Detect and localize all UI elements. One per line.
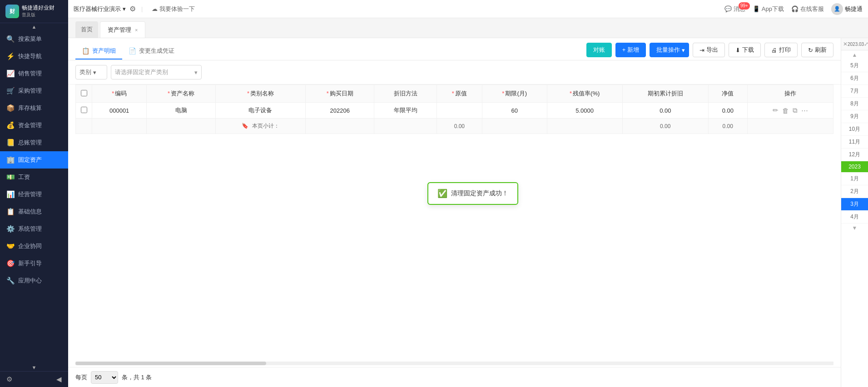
- batch-ops-btn[interactable]: 批量操作 ▾: [650, 43, 689, 57]
- topbar: 医疗器械行业演示 ▾ ⚙ | ☁ 我要体验一下 💬 消息 99+ 📱 App下载…: [68, 0, 868, 18]
- user-menu[interactable]: 👤 畅捷通: [831, 3, 863, 15]
- table-wrap: *编码 *资产名称 *类别名称 *购买日期 折旧方法 *原值 *期限(月) *残…: [68, 84, 841, 361]
- app-download-btn[interactable]: 📱 App下载: [753, 5, 784, 13]
- change-voucher-icon: 📄: [129, 47, 136, 55]
- calendar-down-arrow[interactable]: ▼: [841, 223, 868, 233]
- message-icon: 💬: [724, 5, 732, 12]
- cell-name: 电脑: [147, 103, 216, 119]
- cell-purchase-date: 202206: [305, 103, 374, 119]
- settings-icon[interactable]: ⚙: [6, 375, 12, 383]
- header-depreciation: 折旧方法: [374, 85, 437, 103]
- new-btn[interactable]: + 新增: [615, 43, 646, 57]
- cell-residual-rate: 5.0000: [547, 103, 622, 119]
- sidebar-scroll-down[interactable]: ▼: [0, 364, 68, 371]
- tab-home[interactable]: 首页: [75, 21, 98, 38]
- sub-tab-change-voucher[interactable]: 📄 变更生成凭证: [122, 43, 181, 60]
- cell-net-value: 0.00: [708, 103, 747, 119]
- sidebar-item-guide[interactable]: 🎯 新手引导: [0, 255, 68, 272]
- sidebar-item-quick-nav[interactable]: ⚡ 快捷导航: [0, 48, 68, 65]
- delete-icon[interactable]: 🗑: [782, 107, 789, 114]
- right-panel-expand-icon[interactable]: ⤢: [864, 41, 868, 47]
- sidebar-item-enterprise[interactable]: 🤝 企业协同: [0, 238, 68, 255]
- cell-depreciation: 年限平均: [374, 103, 437, 119]
- right-panel-header: ✕ 2023.03 ⤢: [841, 38, 868, 50]
- finance-icon: 💰: [6, 121, 15, 129]
- header-checkbox-cell: [76, 85, 92, 103]
- row-checkbox-cell: [76, 103, 92, 119]
- search-icon: 🔍: [6, 35, 15, 43]
- horizontal-scrollbar[interactable]: [75, 362, 833, 365]
- edit-icon[interactable]: ✏: [773, 106, 779, 114]
- more-icon[interactable]: ⋯: [801, 106, 808, 114]
- topbar-settings-icon[interactable]: ⚙: [129, 5, 136, 13]
- export-btn[interactable]: ⇥ 导出: [693, 43, 725, 57]
- calendar-12[interactable]: 12月: [841, 149, 868, 161]
- calendar-11[interactable]: 11月: [841, 136, 868, 149]
- sidebar-item-ops[interactable]: 📊 经营管理: [0, 186, 68, 203]
- topbar-right: 💬 消息 99+ 📱 App下载 🎧 在线客服 👤 畅捷通: [724, 3, 863, 15]
- download-btn[interactable]: ⬇ 下载: [729, 43, 761, 57]
- toolbar-right-area: 对账 + 新增 批量操作 ▾ ⇥ 导出 ⬇ 下载 🖨: [586, 43, 833, 60]
- sidebar-item-inventory[interactable]: 📦 库存核算: [0, 99, 68, 117]
- cell-code: 000001: [92, 103, 147, 119]
- reconcile-btn[interactable]: 对账: [586, 43, 612, 57]
- header-purchase-date: *购买日期: [305, 85, 374, 103]
- payroll-icon: 💵: [6, 173, 15, 181]
- calendar-10[interactable]: 10月: [841, 123, 868, 136]
- tab-asset-mgmt[interactable]: 资产管理 ×: [100, 21, 145, 38]
- right-panel-close-icon[interactable]: ✕: [843, 41, 848, 47]
- calendar-2[interactable]: 2月: [841, 185, 868, 198]
- sidebar-item-purchase[interactable]: 🛒 采购管理: [0, 82, 68, 99]
- category-chevron-icon: ▾: [93, 69, 96, 76]
- cell-original-value: [436, 103, 482, 119]
- header-category: *类别名称: [215, 85, 305, 103]
- calendar-8[interactable]: 8月: [841, 98, 868, 110]
- customer-service-btn[interactable]: 🎧 在线客服: [791, 5, 824, 13]
- copy-icon[interactable]: ⧉: [793, 106, 798, 114]
- sidebar-item-finance[interactable]: 💰 资金管理: [0, 117, 68, 134]
- right-panel: ✕ 2023.03 ⤢ ▲ 5月 6月 7月 8月 9月 10月 11月 12月…: [841, 38, 868, 387]
- sidebar-item-ledger[interactable]: 📒 总账管理: [0, 134, 68, 151]
- sub-tabs: 📋 资产明细 📄 变更生成凭证 对账 + 新增 批量操作 ▾ ⇥: [68, 38, 841, 60]
- sidebar-item-base-info[interactable]: 📋 基础信息: [0, 203, 68, 220]
- sub-tab-asset-detail[interactable]: 📋 资产明细: [75, 43, 122, 60]
- cloud-icon: ☁: [152, 5, 158, 12]
- action-buttons: ✏ 🗑 ⧉ ⋯: [751, 106, 829, 114]
- sidebar-item-payroll[interactable]: 💵 工资: [0, 169, 68, 186]
- page-size-select[interactable]: 50 100 200: [91, 371, 118, 384]
- asset-category-select[interactable]: 请选择固定资产类别 ▾: [111, 65, 202, 79]
- company-selector[interactable]: 医疗器械行业演示 ▾: [74, 5, 126, 13]
- collapse-icon[interactable]: ◀: [56, 375, 62, 383]
- feedback-btn[interactable]: ☁ 我要体验一下: [152, 5, 195, 13]
- sidebar-scroll-up[interactable]: ▲: [0, 23, 68, 30]
- calendar-5[interactable]: 5月: [841, 60, 868, 72]
- avatar: 👤: [831, 3, 843, 15]
- header-action: 操作: [747, 85, 833, 103]
- calendar-3[interactable]: 3月: [841, 198, 868, 211]
- calendar-1[interactable]: 1月: [841, 173, 868, 185]
- category-filter[interactable]: 类别 ▾: [75, 65, 107, 79]
- subtotal-row: 🔖 本页小计： 0.00 0.00 0.00: [76, 119, 833, 134]
- subtotal-net: 0.00: [708, 119, 747, 134]
- calendar-up-arrow[interactable]: ▲: [841, 50, 868, 60]
- calendar-7[interactable]: 7月: [841, 85, 868, 98]
- calendar-6[interactable]: 6月: [841, 72, 868, 85]
- main-wrapper: 医疗器械行业演示 ▾ ⚙ | ☁ 我要体验一下 💬 消息 99+ 📱 App下载…: [68, 0, 868, 387]
- row-checkbox[interactable]: [81, 107, 87, 113]
- sidebar-item-sales[interactable]: 📈 销售管理: [0, 65, 68, 82]
- print-btn[interactable]: 🖨 打印: [764, 43, 798, 57]
- calendar-year-marker[interactable]: 2023: [841, 161, 868, 173]
- tab-close-icon[interactable]: ×: [135, 27, 138, 33]
- scrollbar-thumb[interactable]: [75, 362, 266, 365]
- calendar-9[interactable]: 9月: [841, 110, 868, 123]
- subtotal-original: 0.00: [436, 119, 482, 134]
- main-area: 📋 资产明细 📄 变更生成凭证 对账 + 新增 批量操作 ▾ ⇥: [68, 38, 841, 387]
- select-all-checkbox[interactable]: [81, 90, 87, 96]
- refresh-btn[interactable]: ↻ 刷新: [801, 43, 833, 57]
- sidebar-item-apps[interactable]: 🔧 应用中心: [0, 272, 68, 289]
- sidebar-item-system[interactable]: ⚙️ 系统管理: [0, 220, 68, 238]
- sidebar-item-search[interactable]: 🔍 搜索菜单: [0, 30, 68, 48]
- sidebar-item-fixed-assets[interactable]: 🏢 固定资产: [0, 151, 68, 169]
- calendar-4[interactable]: 4月: [841, 211, 868, 223]
- message-btn[interactable]: 💬 消息 99+: [724, 5, 745, 13]
